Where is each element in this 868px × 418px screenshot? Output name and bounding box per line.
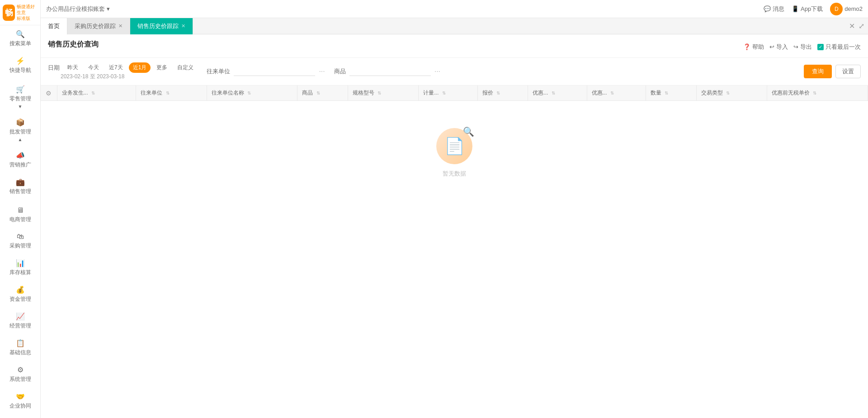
date-btn-1month[interactable]: 近1月 xyxy=(129,62,151,73)
date-btn-yesterday[interactable]: 昨天 xyxy=(63,62,82,73)
sort-discount1-icon[interactable]: ⇅ xyxy=(552,90,555,95)
product-input[interactable] xyxy=(349,67,431,76)
filter-area: 日期 昨天 今天 近7天 近1月 更多 自定义 2023-02-18 至 202… xyxy=(41,58,868,86)
search-icon: 🔍 xyxy=(16,30,25,38)
sort-trade-type-icon[interactable]: ⇅ xyxy=(726,90,730,95)
col-discount1: 优惠... ⇅ xyxy=(528,86,587,101)
col-pretax: 优惠前无税单价 ⇅ xyxy=(767,86,868,101)
purchase-icon: 🛍 xyxy=(17,233,24,241)
sidebar-item-marketing[interactable]: 📣 营销推广 xyxy=(0,147,40,173)
sort-unit-icon[interactable]: ⇅ xyxy=(442,90,446,95)
sidebar-item-search[interactable]: 🔍 搜索菜单 xyxy=(0,25,40,52)
ecommerce-icon: 🖥 xyxy=(17,206,24,214)
product-picker-button[interactable]: ··· xyxy=(434,67,440,76)
col-product: 商品 ⇅ xyxy=(297,86,348,101)
app-logo: 畅 畅捷通好生意 标准版 xyxy=(0,0,40,25)
sidebar-item-purchase[interactable]: 🛍 采购管理 xyxy=(0,228,40,254)
sidebar-item-retail[interactable]: 🛒 零售管理 ▼ xyxy=(0,81,40,114)
page: 销售历史价查询 ❓ 帮助 ↩ 导入 ↪ 导出 ✓ xyxy=(41,34,868,418)
sidebar-item-basic[interactable]: 📋 基础信息 xyxy=(0,334,40,361)
tab-purchase-history[interactable]: 采购历史价跟踪 ✕ xyxy=(67,18,130,34)
page-header: 销售历史价查询 ❓ 帮助 ↩ 导入 ↪ 导出 ✓ xyxy=(41,34,868,58)
finance-icon: 💰 xyxy=(16,285,25,294)
col-trade-type: 交易类型 ⇅ xyxy=(696,86,767,101)
sidebar-item-newbie[interactable]: 🎯 新手引导 xyxy=(0,414,40,418)
date-btn-custom[interactable]: 自定义 xyxy=(173,62,198,73)
shortcut-icon: ⚡ xyxy=(16,57,25,65)
data-table: ⚙ 业务发生... ⇅ 往来单位 ⇅ 往来单位名称 ⇅ xyxy=(41,86,868,101)
partner-input[interactable] xyxy=(234,67,315,76)
chevron-down-icon: ▼ xyxy=(18,104,23,109)
query-button[interactable]: 查询 xyxy=(804,65,832,78)
sidebar-item-system[interactable]: ⚙ 系统管理 xyxy=(0,361,40,388)
col-partner-code: 往来单位 ⇅ xyxy=(136,86,207,101)
date-filter-group: 日期 昨天 今天 近7天 近1月 更多 自定义 2023-02-18 至 202… xyxy=(48,62,198,81)
table-area: ⚙ 业务发生... ⇅ 往来单位 ⇅ 往来单位名称 ⇅ xyxy=(41,86,868,418)
tabbar-actions: ✕ ⤢ xyxy=(849,22,868,30)
topbar: 办公用品行业模拟账套 ▾ 💬 消息 📱 App下载 D demo2 xyxy=(41,0,868,18)
sidebar-item-sales[interactable]: 💼 销售管理 xyxy=(0,173,40,200)
col-spec: 规格型号 ⇅ xyxy=(348,86,418,101)
account-selector[interactable]: 办公用品行业模拟账套 ▾ xyxy=(46,5,110,13)
tab-sales-history[interactable]: 销售历史价跟踪 ✕ xyxy=(130,18,193,34)
sort-product-icon[interactable]: ⇅ xyxy=(316,90,320,95)
import-icon: ↩ xyxy=(769,43,774,50)
chevron-up-icon: ▲ xyxy=(18,137,23,142)
tab-home[interactable]: 首页 xyxy=(41,18,67,34)
logo-text: 畅捷通好生意 标准版 xyxy=(17,4,38,21)
close-tab-icon[interactable]: ✕ xyxy=(849,22,855,30)
product-label: 商品 xyxy=(334,67,346,76)
wholesale-icon: 📦 xyxy=(16,118,25,127)
retail-icon: 🛒 xyxy=(16,85,25,94)
col-settings: ⚙ xyxy=(41,86,57,101)
partner-label: 往来单位 xyxy=(207,67,230,76)
sales-icon: 💼 xyxy=(16,178,25,186)
import-button[interactable]: ↩ 导入 xyxy=(769,43,788,51)
sort-biz-date-icon[interactable]: ⇅ xyxy=(91,90,95,95)
page-toolbar: ❓ 帮助 ↩ 导入 ↪ 导出 ✓ 只看最后一次 xyxy=(743,43,861,51)
system-icon: ⚙ xyxy=(17,366,24,374)
col-quote: 报价 ⇅ xyxy=(477,86,528,101)
close-purchase-history-tab[interactable]: ✕ xyxy=(118,23,123,29)
date-btn-7days[interactable]: 近7天 xyxy=(105,62,127,73)
sidebar-item-finance[interactable]: 💰 资金管理 xyxy=(0,281,40,308)
partner-picker-button[interactable]: ··· xyxy=(319,67,325,76)
sort-spec-icon[interactable]: ⇅ xyxy=(377,90,381,95)
message-icon: 💬 xyxy=(764,5,771,12)
download-icon: 📱 xyxy=(792,5,799,12)
sidebar-item-enterprise[interactable]: 🤝 企业协同 xyxy=(0,388,40,414)
sort-partner-name-icon[interactable]: ⇅ xyxy=(247,90,251,95)
export-icon: ↪ xyxy=(793,43,798,50)
checkbox-icon: ✓ xyxy=(817,44,824,50)
avatar: D xyxy=(830,3,843,15)
maximize-icon[interactable]: ⤢ xyxy=(859,22,864,30)
sidebar: 畅 畅捷通好生意 标准版 🔍 搜索菜单 ⚡ 快捷导航 🛒 零售管理 ▼ 📦 批发… xyxy=(0,0,41,418)
sidebar-item-wholesale[interactable]: 📦 批发管理 ▲ xyxy=(0,114,40,147)
sidebar-item-shortcut[interactable]: ⚡ 快捷导航 xyxy=(0,52,40,79)
sort-pretax-icon[interactable]: ⇅ xyxy=(813,90,816,95)
only-last-checkbox[interactable]: ✓ 只看最后一次 xyxy=(817,43,861,51)
message-button[interactable]: 💬 消息 xyxy=(764,5,784,13)
help-button[interactable]: ❓ 帮助 xyxy=(743,43,764,51)
close-sales-history-tab[interactable]: ✕ xyxy=(181,23,185,29)
basic-icon: 📋 xyxy=(16,339,25,347)
settings-button[interactable]: 设置 xyxy=(835,65,861,78)
sort-discount2-icon[interactable]: ⇅ xyxy=(610,90,614,95)
sort-quantity-icon[interactable]: ⇅ xyxy=(665,90,668,95)
column-settings-icon[interactable]: ⚙ xyxy=(46,90,52,97)
date-btn-today[interactable]: 今天 xyxy=(84,62,103,73)
sidebar-item-ecommerce[interactable]: 🖥 电商管理 xyxy=(0,202,40,228)
sort-quote-icon[interactable]: ⇅ xyxy=(496,90,500,95)
export-button[interactable]: ↪ 导出 xyxy=(793,43,812,51)
date-btn-more[interactable]: 更多 xyxy=(152,62,171,73)
product-filter-group: 商品 ··· xyxy=(334,67,440,76)
sort-partner-code-icon[interactable]: ⇅ xyxy=(166,90,170,95)
main-content: 办公用品行业模拟账套 ▾ 💬 消息 📱 App下载 D demo2 首页 采购历… xyxy=(41,0,868,418)
app-download-button[interactable]: 📱 App下载 xyxy=(792,5,823,13)
sidebar-item-inventory[interactable]: 📊 库存核算 xyxy=(0,254,40,281)
user-avatar-area[interactable]: D demo2 xyxy=(830,3,863,15)
sidebar-item-operations[interactable]: 📈 经营管理 xyxy=(0,308,40,334)
date-label: 日期 xyxy=(48,64,60,72)
operations-icon: 📈 xyxy=(16,312,25,321)
page-title: 销售历史价查询 xyxy=(48,40,99,49)
